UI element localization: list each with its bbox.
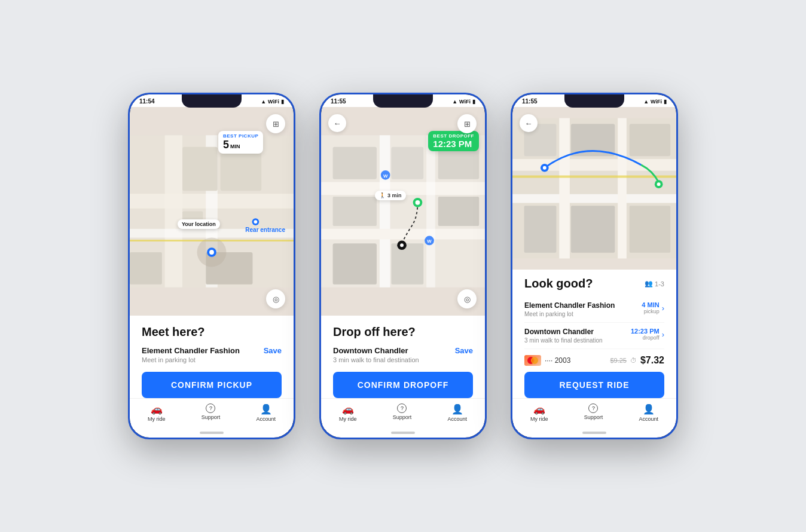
svg-rect-37 [512, 159, 676, 171]
nav-my-ride-2[interactable]: 🚗 My ride [339, 403, 357, 422]
svg-rect-40 [618, 118, 627, 259]
location-row-2: Downtown Chandler 3 min walk to final de… [333, 346, 473, 363]
rear-entrance-link[interactable]: Rear entrance [245, 227, 285, 233]
nav-bar-2: 🚗 My ride ? Support 👤 Account [321, 398, 485, 429]
look-good-title: Look good? [524, 277, 593, 291]
pickup-time-label: pickup [642, 308, 659, 314]
confirm-dropoff-button[interactable]: CONFIRM DROPOFF [333, 372, 473, 398]
nav-support-2[interactable]: ? Support [393, 403, 412, 422]
svg-rect-23 [438, 147, 480, 179]
svg-rect-25 [438, 197, 480, 226]
svg-rect-47 [630, 206, 671, 252]
layer-button[interactable]: ⊞ [266, 114, 285, 133]
nav-support-1[interactable]: ? Support [202, 403, 221, 422]
status-bar-2: 11:55 ▲ WiFi ▮ [321, 94, 485, 107]
battery-icon-2: ▮ [472, 99, 475, 105]
svg-text:W: W [383, 173, 388, 179]
svg-rect-18 [380, 135, 390, 287]
dropoff-title: Drop off here? [333, 325, 473, 339]
svg-point-13 [209, 250, 214, 255]
pickup-row[interactable]: Element Chandler Fashion Meet in parking… [524, 296, 664, 323]
nav-account-1[interactable]: 👤 Account [256, 403, 276, 422]
dropoff-sub: 3 min walk to final destination [524, 337, 603, 344]
main-price: $7.32 [640, 355, 664, 366]
look-good-header: Look good? 👥 1-3 [524, 277, 664, 291]
svg-rect-46 [571, 206, 615, 252]
dropoff-arrow: › [662, 330, 664, 339]
wifi-icon-2: WiFi [459, 99, 471, 105]
svg-rect-26 [333, 243, 377, 285]
location-target-button[interactable]: ◎ [266, 289, 285, 308]
request-ride-button[interactable]: REQUEST RIDE [524, 372, 664, 398]
pickup-arrow: › [662, 304, 664, 313]
dropoff-row[interactable]: Downtown Chandler 3 min walk to final de… [524, 323, 664, 349]
wifi-icon: WiFi [268, 99, 279, 105]
svg-rect-1 [165, 135, 182, 287]
svg-rect-20 [426, 135, 435, 287]
location-sub-2: 3 min walk to final destination [333, 356, 419, 363]
time-2: 11:55 [331, 98, 346, 105]
nav-bar-1: 🚗 My ride ? Support 👤 Account [130, 398, 294, 429]
payment-row: ···· 2003 $9.25 ⏱ $7.32 [524, 349, 664, 372]
dropoff-time-label: dropoff [631, 335, 660, 341]
svg-point-53 [531, 357, 538, 364]
svg-rect-38 [512, 194, 676, 203]
wifi-icon-3: WiFi [651, 99, 662, 105]
svg-rect-24 [333, 197, 377, 226]
svg-point-15 [254, 220, 257, 224]
phone-1: 11:54 ▲ WiFi ▮ [128, 93, 295, 439]
back-button-2[interactable]: ← [328, 114, 346, 132]
location-name-2: Downtown Chandler [333, 346, 419, 355]
svg-rect-45 [524, 206, 557, 252]
card-number: ···· 2003 [545, 356, 570, 365]
pickup-time: 4 MIN [642, 301, 659, 308]
save-button-2[interactable]: Save [455, 346, 473, 355]
layer-button-2[interactable]: ⊞ [457, 114, 477, 133]
bottom-panel-1: Meet here? Element Chandler Fashion Meet… [130, 316, 294, 398]
svg-rect-44 [630, 124, 671, 156]
signal-icon: ▲ [261, 99, 266, 105]
walk-time-badge: 🚶 3 min [375, 191, 406, 200]
svg-point-51 [657, 182, 661, 186]
signal-icon-3: ▲ [643, 99, 649, 105]
nav-my-ride-3[interactable]: 🚗 My ride [530, 403, 548, 422]
phone-3: 11:55 ▲ WiFi ▮ [511, 93, 678, 439]
location-target-button-2[interactable]: ◎ [457, 289, 477, 308]
nav-account-2[interactable]: 👤 Account [447, 403, 467, 422]
signal-icon-2: ▲ [452, 99, 457, 105]
nav-support-3[interactable]: ? Support [584, 403, 603, 422]
back-button-3[interactable]: ← [520, 114, 538, 132]
nav-my-ride-1[interactable]: 🚗 My ride [148, 403, 166, 422]
bottom-panel-2: Drop off here? Downtown Chandler 3 min w… [321, 316, 485, 398]
status-bar-1: 11:54 ▲ WiFi ▮ [130, 94, 294, 107]
mastercard-icon [524, 355, 541, 366]
svg-rect-27 [391, 243, 423, 285]
dropoff-dest: Downtown Chandler [524, 328, 603, 336]
svg-rect-22 [391, 147, 423, 179]
map-area-3: ← [512, 107, 676, 270]
svg-point-49 [543, 166, 547, 170]
dropoff-badge: BEST DROPOFF 12:23 PM [428, 131, 479, 151]
pickup-badge: BEST PICKUP 5 MIN [218, 131, 263, 154]
status-bar-3: 11:55 ▲ WiFi ▮ [512, 94, 676, 107]
meet-here-title: Meet here? [142, 325, 282, 339]
phones-container: 11:54 ▲ WiFi ▮ [104, 69, 702, 463]
map-area-1: Your location Rear entrance BEST PICKUP … [130, 107, 294, 316]
save-button-1[interactable]: Save [264, 346, 282, 355]
location-sub-1: Meet in parking lot [142, 356, 240, 363]
pickup-sub: Meet in parking lot [524, 311, 615, 317]
confirm-pickup-button[interactable]: CONFIRM PICKUP [142, 372, 282, 398]
price-area: $9.25 ⏱ $7.32 [610, 355, 664, 366]
passengers-badge: 👥 1-3 [645, 280, 664, 288]
card-info: ···· 2003 [524, 355, 570, 366]
svg-rect-39 [559, 118, 570, 259]
svg-point-33 [416, 200, 420, 205]
svg-text:W: W [427, 239, 432, 244]
nav-account-3[interactable]: 👤 Account [639, 403, 658, 422]
svg-rect-9 [130, 252, 162, 285]
pickup-dest: Element Chandler Fashion [524, 301, 615, 310]
original-price: $9.25 [610, 357, 627, 364]
location-name-1: Element Chandler Fashion [142, 346, 240, 355]
bottom-panel-3: Look good? 👥 1-3 Element Chandler Fashio… [512, 270, 676, 398]
svg-point-35 [400, 243, 404, 247]
